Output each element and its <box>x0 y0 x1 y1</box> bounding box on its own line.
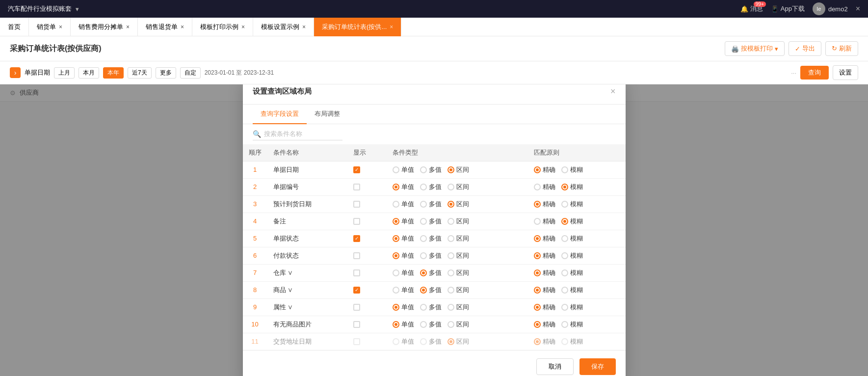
type-radio-6-区间[interactable]: 区间 <box>447 269 469 277</box>
checkbox-5[interactable] <box>353 252 360 259</box>
match-radio-9-模糊[interactable]: 模糊 <box>561 320 583 329</box>
match-radio-2-模糊[interactable]: 模糊 <box>561 200 583 209</box>
type-radio-3-区间[interactable]: 区间 <box>447 217 469 226</box>
type-radio-8-单值[interactable]: 单值 <box>393 303 414 312</box>
cancel-button[interactable]: 取消 <box>536 358 574 375</box>
row-match-2[interactable]: 精确模糊 <box>528 195 626 213</box>
type-radio-7-多值[interactable]: 多值 <box>420 286 442 295</box>
row-type-0[interactable]: 单值多值区间 <box>387 161 528 178</box>
match-radio-1-精确[interactable]: 精确 <box>534 183 555 191</box>
modal-tab-query-fields[interactable]: 查询字段设置 <box>253 105 307 124</box>
type-radio-10-区间[interactable]: 区间 <box>447 337 469 346</box>
type-radio-1-单值[interactable]: 单值 <box>393 183 414 191</box>
type-radio-4-单值[interactable]: 单值 <box>393 234 414 243</box>
tab-settings-demo-close[interactable]: × <box>302 24 306 30</box>
tab-sales-expense[interactable]: 销售费用分摊单 × <box>71 18 138 36</box>
topbar-close-button[interactable]: × <box>856 4 860 13</box>
match-radio-6-精确[interactable]: 精确 <box>534 269 555 277</box>
row-type-1[interactable]: 单值多值区间 <box>387 178 528 195</box>
tab-print-demo-close[interactable]: × <box>241 24 245 30</box>
checkbox-4[interactable]: ✓ <box>353 235 360 242</box>
checkbox-2[interactable] <box>353 201 360 208</box>
row-checkbox-0[interactable]: ✓ <box>347 161 387 178</box>
date-btn-custom[interactable]: 自定 <box>180 67 201 79</box>
row-match-1[interactable]: 精确模糊 <box>528 178 626 195</box>
type-radio-2-单值[interactable]: 单值 <box>393 200 414 209</box>
row-checkbox-3[interactable] <box>347 213 387 230</box>
row-checkbox-1[interactable] <box>347 178 387 195</box>
row-type-10[interactable]: 单值多值区间 <box>387 333 528 350</box>
tab-sales-expense-close[interactable]: × <box>126 24 130 30</box>
print-button[interactable]: 🖨️ 按模板打印 ▾ <box>725 41 785 56</box>
row-checkbox-2[interactable] <box>347 195 387 213</box>
tab-settings-demo[interactable]: 模板设置示例 × <box>253 18 314 36</box>
checkbox-0[interactable]: ✓ <box>353 166 360 173</box>
checkbox-6[interactable] <box>353 269 360 276</box>
notification-button[interactable]: 🔔 消息 99+ <box>740 4 763 13</box>
row-checkbox-7[interactable]: ✓ <box>347 281 387 298</box>
type-radio-6-单值[interactable]: 单值 <box>393 269 414 277</box>
row-type-2[interactable]: 单值多值区间 <box>387 195 528 213</box>
match-radio-0-精确[interactable]: 精确 <box>534 165 555 174</box>
checkbox-8[interactable] <box>353 304 360 311</box>
type-radio-3-多值[interactable]: 多值 <box>420 217 442 226</box>
checkbox-10[interactable] <box>353 338 360 345</box>
row-checkbox-5[interactable] <box>347 247 387 264</box>
row-checkbox-9[interactable] <box>347 316 387 333</box>
row-match-3[interactable]: 精确模糊 <box>528 213 626 230</box>
row-checkbox-8[interactable] <box>347 298 387 316</box>
type-radio-1-区间[interactable]: 区间 <box>447 183 469 191</box>
row-match-7[interactable]: 精确模糊 <box>528 281 626 298</box>
match-radio-7-精确[interactable]: 精确 <box>534 286 555 295</box>
type-radio-10-单值[interactable]: 单值 <box>393 337 414 346</box>
refresh-button[interactable]: ↻ 刷新 <box>825 41 858 56</box>
type-radio-0-区间[interactable]: 区间 <box>447 165 469 174</box>
date-btn-last-month[interactable]: 上月 <box>54 67 75 79</box>
modal-tab-layout-adjust[interactable]: 布局调整 <box>307 105 348 124</box>
row-type-7[interactable]: 单值多值区间 <box>387 281 528 298</box>
type-radio-3-单值[interactable]: 单值 <box>393 217 414 226</box>
export-button[interactable]: ✓ 导出 <box>789 41 821 56</box>
tab-sales-order-close[interactable]: × <box>59 24 62 30</box>
row-type-5[interactable]: 单值多值区间 <box>387 247 528 264</box>
row-checkbox-10[interactable] <box>347 333 387 350</box>
type-radio-1-多值[interactable]: 多值 <box>420 183 442 191</box>
row-type-8[interactable]: 单值多值区间 <box>387 298 528 316</box>
query-button[interactable]: 查询 <box>800 66 829 80</box>
tab-print-demo[interactable]: 模板打印示例 × <box>192 18 253 36</box>
type-radio-4-多值[interactable]: 多值 <box>420 234 442 243</box>
type-radio-7-区间[interactable]: 区间 <box>447 286 469 295</box>
type-radio-9-单值[interactable]: 单值 <box>393 320 414 329</box>
tab-purchase-stats-close[interactable]: × <box>390 24 393 30</box>
type-radio-4-区间[interactable]: 区间 <box>447 234 469 243</box>
match-radio-3-精确[interactable]: 精确 <box>534 217 555 226</box>
row-match-10[interactable]: 精确模糊 <box>528 333 626 350</box>
match-radio-9-精确[interactable]: 精确 <box>534 320 555 329</box>
save-button[interactable]: 保存 <box>579 358 616 375</box>
match-radio-2-精确[interactable]: 精确 <box>534 200 555 209</box>
type-radio-5-单值[interactable]: 单值 <box>393 251 414 260</box>
tab-sales-return-close[interactable]: × <box>181 24 184 30</box>
type-radio-8-区间[interactable]: 区间 <box>447 303 469 312</box>
row-match-6[interactable]: 精确模糊 <box>528 264 626 281</box>
match-radio-1-模糊[interactable]: 模糊 <box>561 183 583 191</box>
match-radio-4-精确[interactable]: 精确 <box>534 234 555 243</box>
date-btn-7days[interactable]: 近7天 <box>128 67 152 79</box>
filter-more-icon[interactable]: ··· <box>791 69 796 77</box>
row-match-8[interactable]: 精确模糊 <box>528 298 626 316</box>
row-type-6[interactable]: 单值多值区间 <box>387 264 528 281</box>
match-radio-8-精确[interactable]: 精确 <box>534 303 555 312</box>
type-radio-9-区间[interactable]: 区间 <box>447 320 469 329</box>
type-radio-5-区间[interactable]: 区间 <box>447 251 469 260</box>
row-checkbox-6[interactable] <box>347 264 387 281</box>
type-radio-9-多值[interactable]: 多值 <box>420 320 442 329</box>
type-radio-5-多值[interactable]: 多值 <box>420 251 442 260</box>
checkbox-7[interactable]: ✓ <box>353 287 360 294</box>
match-radio-5-模糊[interactable]: 模糊 <box>561 251 583 260</box>
match-radio-10-模糊[interactable]: 模糊 <box>561 337 583 346</box>
search-input[interactable] <box>264 130 342 137</box>
row-match-0[interactable]: 精确模糊 <box>528 161 626 178</box>
checkbox-9[interactable] <box>353 321 360 328</box>
match-radio-4-模糊[interactable]: 模糊 <box>561 234 583 243</box>
checkbox-3[interactable] <box>353 218 360 225</box>
